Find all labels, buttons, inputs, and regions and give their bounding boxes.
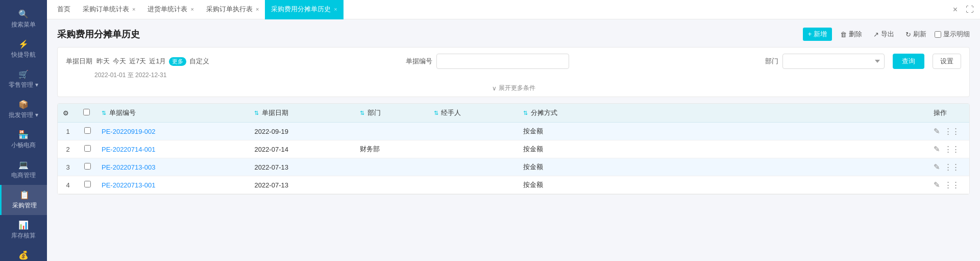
filter-row-main: 单据日期 昨天 今天 近7天 近1月 更多 自定义 单据编号 — [66, 54, 961, 69]
date-shortcut-custom[interactable]: 自定义 — [189, 57, 209, 66]
doc-no-link-4[interactable]: PE-20220713-001 — [102, 181, 156, 189]
tab-purchase-order-stat[interactable]: 采购订单统计表 × — [77, 0, 141, 19]
close-tab-purchase-goods-stat[interactable]: × — [190, 6, 193, 12]
sidebar-item-purchase[interactable]: 📋 采购管理 — [0, 185, 47, 215]
th-handler[interactable]: ⇅ 经手人 — [429, 104, 519, 123]
row-check-1[interactable] — [78, 123, 96, 140]
close-tab-purchase-order-exec[interactable]: × — [256, 6, 259, 12]
tab-purchase-order-exec[interactable]: 采购订单执行表 × — [200, 0, 265, 19]
row-split-method-4: 按金额 — [518, 176, 928, 194]
expand-more-icon: ∨ — [492, 85, 497, 92]
th-split-method[interactable]: ⇅ 分摊方式 — [518, 104, 928, 123]
dept-select[interactable] — [782, 54, 885, 69]
table-row: 1 PE-20220919-002 2022-09-19 按金额 ✎ ⋮⋮ — [58, 123, 969, 140]
tab-purchase-goods-stat[interactable]: 进货单统计表 × — [141, 0, 200, 19]
row-docno-3[interactable]: PE-20220713-003 — [96, 158, 249, 176]
show-detail-checkbox-label[interactable]: 显示明细 — [935, 30, 970, 39]
row-check-2[interactable] — [78, 140, 96, 158]
th-check[interactable] — [78, 104, 96, 123]
data-table-wrap: ⚙ ⇅ 单据编号 ⇅ 单据日期 — [57, 103, 970, 195]
settings-icon: ⚙ — [63, 109, 69, 117]
sidebar-item-search[interactable]: 🔍 搜索菜单 — [0, 4, 47, 34]
tab-home[interactable]: 首页 — [51, 0, 77, 19]
row-split-method-3: 按金额 — [518, 158, 928, 176]
more-icon-1[interactable]: ⋮⋮ — [944, 127, 960, 136]
close-tab-purchase-order-stat[interactable]: × — [132, 6, 135, 12]
more-icon-2[interactable]: ⋮⋮ — [944, 145, 960, 154]
edit-icon-2[interactable]: ✎ — [934, 145, 940, 154]
th-doc-date[interactable]: ⇅ 单据日期 — [249, 104, 355, 123]
th-actions: 操作 — [928, 104, 969, 123]
doc-no-link-2[interactable]: PE-20220714-001 — [102, 146, 156, 153]
doc-no-link-3[interactable]: PE-20220713-003 — [102, 163, 156, 171]
select-all-checkbox[interactable] — [83, 109, 90, 115]
sidebar-item-wholesale[interactable]: 📦 批发管理 ▾ — [0, 94, 47, 125]
row-split-method-2: 按金额 — [518, 140, 928, 158]
tab-purchase-cost-split[interactable]: 采购费用分摊单历史 × — [265, 0, 343, 19]
row-num-3: 3 — [58, 158, 78, 176]
refresh-button[interactable]: ↻ 刷新 — [902, 28, 929, 41]
row-docdate-1: 2022-09-19 — [249, 123, 355, 140]
filter-bar: 单据日期 昨天 今天 近7天 近1月 更多 自定义 单据编号 — [57, 47, 970, 97]
sidebar-item-quick-nav[interactable]: ⚡ 快捷导航 — [0, 34, 47, 64]
row-docno-2[interactable]: PE-20220714-001 — [96, 140, 249, 158]
th-settings[interactable]: ⚙ — [58, 104, 78, 123]
date-shortcut-1month[interactable]: 近1月 — [149, 57, 166, 66]
row-checkbox-4[interactable] — [84, 181, 91, 187]
row-num-1: 1 — [58, 123, 78, 140]
row-handler-2 — [429, 140, 519, 158]
row-docdate-2: 2022-07-14 — [249, 140, 355, 158]
retail-icon: 🛒 — [2, 69, 45, 79]
sort-icon-dept: ⇅ — [360, 110, 364, 116]
row-checkbox-3[interactable] — [84, 163, 91, 170]
maximize-window-button[interactable]: ⛶ — [964, 4, 976, 15]
sidebar-item-retail[interactable]: 🛒 零售管理 ▾ — [0, 64, 47, 94]
th-doc-no[interactable]: ⇅ 单据编号 — [96, 104, 249, 123]
sort-icon-split-method: ⇅ — [523, 110, 528, 116]
tab-bar: 首页 采购订单统计表 × 进货单统计表 × 采购订单执行表 × 采购费用分摊单历… — [47, 0, 980, 19]
edit-icon-3[interactable]: ✎ — [934, 162, 940, 172]
close-tab-purchase-cost-split[interactable]: × — [334, 6, 337, 12]
date-range-display: 2022-01-01 至 2022-12-31 — [66, 71, 961, 80]
edit-icon-1[interactable]: ✎ — [934, 127, 940, 136]
doc-no-link-1[interactable]: PE-20220919-002 — [102, 128, 156, 135]
table-header-row: ⚙ ⇅ 单据编号 ⇅ 单据日期 — [58, 104, 969, 123]
row-docdate-4: 2022-07-13 — [249, 176, 355, 194]
date-shortcut-today[interactable]: 今天 — [113, 57, 126, 66]
export-button[interactable]: ↗ 导出 — [870, 28, 897, 41]
sidebar: 🔍 搜索菜单 ⚡ 快捷导航 🛒 零售管理 ▾ 📦 批发管理 ▾ 🏪 小畅电商 💻… — [0, 0, 47, 261]
close-window-button[interactable]: × — [951, 4, 960, 15]
add-button[interactable]: + 新增 — [803, 28, 832, 41]
expand-more-button[interactable]: ∨ 展开更多条件 — [492, 84, 535, 92]
row-checkbox-2[interactable] — [84, 145, 91, 152]
filter-group-dept: 部门 — [765, 54, 885, 69]
row-handler-4 — [429, 176, 519, 194]
sidebar-item-mini-shop[interactable]: 🏪 小畅电商 — [0, 125, 47, 155]
tab-window-actions: × ⛶ — [951, 4, 976, 15]
sidebar-item-ecommerce[interactable]: 💻 电商管理 — [0, 155, 47, 185]
quick-nav-icon: ⚡ — [2, 39, 45, 49]
th-dept[interactable]: ⇅ 部门 — [355, 104, 429, 123]
sidebar-item-finance[interactable]: 💰 资金管理 — [0, 245, 47, 261]
edit-icon-4[interactable]: ✎ — [934, 180, 940, 189]
search-button[interactable]: 查询 — [893, 54, 924, 69]
sidebar-item-inventory[interactable]: 📊 库存核算 — [0, 215, 47, 245]
setting-button[interactable]: 设置 — [933, 54, 961, 69]
inventory-icon: 📊 — [2, 220, 45, 230]
show-detail-checkbox[interactable] — [935, 31, 941, 38]
delete-button[interactable]: 🗑 删除 — [837, 28, 865, 41]
more-icon-4[interactable]: ⋮⋮ — [944, 180, 960, 189]
row-docno-1[interactable]: PE-20220919-002 — [96, 123, 249, 140]
doc-no-input[interactable] — [436, 54, 569, 69]
row-check-3[interactable] — [78, 158, 96, 176]
date-shortcut-more[interactable]: 更多 — [169, 57, 186, 66]
mini-shop-icon: 🏪 — [2, 130, 45, 139]
row-num-4: 4 — [58, 176, 78, 194]
date-shortcut-7days[interactable]: 近7天 — [129, 57, 146, 66]
content-area: 采购费用分摊单历史 + 新增 🗑 删除 ↗ 导出 ↻ 刷新 显示明细 — [47, 19, 980, 261]
row-check-4[interactable] — [78, 176, 96, 194]
row-docno-4[interactable]: PE-20220713-001 — [96, 176, 249, 194]
row-checkbox-1[interactable] — [84, 127, 91, 134]
more-icon-3[interactable]: ⋮⋮ — [944, 162, 960, 172]
date-shortcut-yesterday[interactable]: 昨天 — [96, 57, 110, 66]
